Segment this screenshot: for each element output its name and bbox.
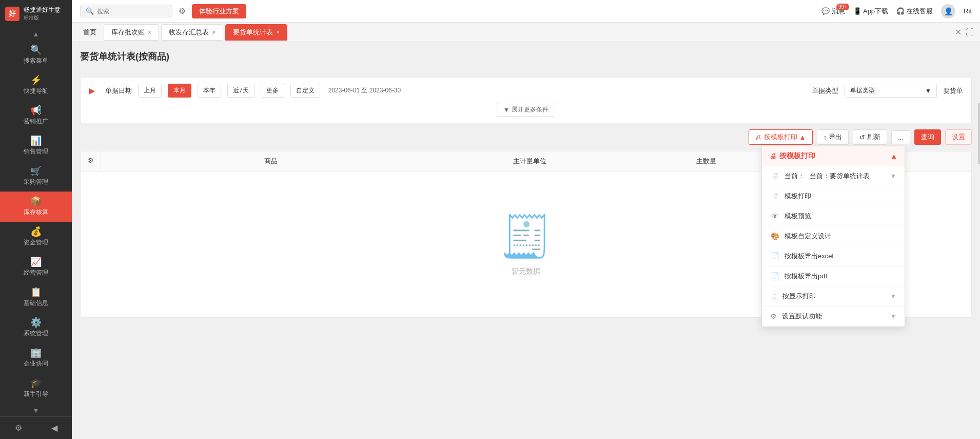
order-type-value: 单据类型 [850,86,875,95]
order-type-select[interactable]: 单据类型 ▼ [845,84,937,98]
logo-icon: 好 [5,7,19,21]
sidebar-icon-quick-nav: ⚡ [30,75,42,85]
select-chevron-icon: ▼ [925,87,931,94]
dropdown-current-label: 当前： [785,171,805,181]
settings-table-btn[interactable]: 设置 [945,129,972,145]
export-excel-label: 按模板导出excel [785,252,833,261]
th-unit: 主计量单位 [441,151,618,171]
message-button[interactable]: 💬 消息 99+ [821,7,845,16]
more-btn[interactable]: ... [891,130,910,144]
sidebar-item-enterprise[interactable]: 🏢企业协同 [0,343,72,373]
empty-text: 暂无数据 [512,267,540,276]
dropdown-item-template-print[interactable]: 🖨 模板打印 [762,186,905,206]
dropdown-collapse-icon[interactable]: ▲ [890,152,897,160]
sidebar-label-inventory: 库存核算 [24,208,48,217]
tab-close-receivable-summary[interactable]: × [212,29,215,36]
dropdown-item-template-design[interactable]: 🎨 模板自定义设计 [762,226,905,246]
date-btn-more[interactable]: 更多 [261,84,284,98]
username-label[interactable]: Rit [964,7,972,15]
sidebar-item-search[interactable]: 🔍搜索菜单 [0,40,72,70]
download-icon: 📱 [853,7,861,15]
display-print-icon: 🖨 [770,292,777,300]
expand-more-btn[interactable]: ▼ 展开更多条件 [497,103,555,117]
search-box[interactable]: 🔍 [80,5,172,17]
tab-home[interactable]: 首页 [78,24,102,41]
filter-collapse-icon[interactable]: ▶ [89,86,95,96]
logo-title: 畅捷通好生意 [24,6,61,14]
window-close-icon[interactable]: ✕ [955,27,962,37]
dropdown-item-export-pdf[interactable]: 📄 按模板导出pdf [762,266,905,287]
empty-icon: 🧾 [500,213,552,261]
sidebar-icon-search: 🔍 [30,45,42,54]
sidebar-item-system[interactable]: ⚙️系统管理 [0,313,72,343]
date-btn-last-month[interactable]: 上月 [138,84,162,98]
sidebar-item-marketing[interactable]: 📢营销推广 [0,101,72,131]
sidebar-item-sales[interactable]: 📊销售管理 [0,131,72,161]
sidebar-footer: ⚙ ◀ [0,416,72,439]
template-print-label: 模板打印 [785,192,811,201]
template-print-btn[interactable]: 🖨 按模板打印 ▲ [749,129,813,145]
tab-close-inventory-batch[interactable]: × [148,29,151,36]
date-btn-this-month[interactable]: 本月 [168,84,191,98]
footer-sound-icon[interactable]: ◀ [49,421,60,435]
date-btn-this-year[interactable]: 本年 [198,84,221,98]
dropdown-section-default-func[interactable]: ⚙ 设置默认功能 ▼ [762,307,905,327]
dropdown-item-export-excel[interactable]: 📄 按模板导出excel [762,246,905,266]
current-chevron-icon: ▼ [890,173,896,180]
dropdown-item-template-preview[interactable]: 👁 模板预览 [762,206,905,226]
th-settings[interactable]: ⚙ [81,151,101,171]
date-range-display: 2023-06-01 至 2023-06-30 [328,86,401,95]
filter-area: ▶ 单据日期 上月 本月 本年 近7天 更多 自定义 2023-06-01 至 … [80,77,972,123]
window-expand-icon[interactable]: ⛶ [966,28,974,37]
export-btn[interactable]: ↑ 导出 [817,129,849,145]
search-icon: 🔍 [86,7,94,15]
sidebar-item-guide[interactable]: 🎓新手引导 [0,373,72,404]
sidebar-label-marketing: 营销推广 [24,117,48,126]
tab-label-receivable-summary: 收发存汇总表 [169,28,209,37]
date-btn-7days[interactable]: 近7天 [227,84,254,98]
user-avatar[interactable]: 👤 [941,4,955,18]
refresh-btn[interactable]: ↺ 刷新 [853,129,887,145]
dropdown-section-display-print[interactable]: 🖨 按显示打印 ▼ [762,287,905,307]
sidebar-item-basic[interactable]: 📋基础信息 [0,282,72,313]
sidebar-item-inventory[interactable]: 📦库存核算 [0,192,72,222]
sidebar-label-basic: 基础信息 [24,299,48,308]
tab-label-order-stats: 要货单统计表 [233,28,273,37]
tab-order-stats[interactable]: 要货单统计表× [225,24,287,41]
th-product: 商品 [101,151,441,171]
dropdown-current-item[interactable]: 🖨 当前： 当前：要货单统计表 ▼ [762,166,905,186]
trial-button[interactable]: 体验行业方案 [192,4,246,18]
settings-icon[interactable]: ⚙ [179,6,186,16]
page-content: 要货单统计表(按商品) ▶ 单据日期 上月 本月 本年 近7天 更多 自定义 2… [72,42,980,439]
display-print-label: 按显示打印 [782,292,816,301]
resize-handle[interactable] [978,103,980,164]
sidebar-scroll-down[interactable]: ▼ [0,405,72,416]
sidebar-item-quick-nav[interactable]: ⚡快捷导航 [0,70,72,101]
sidebar-label-enterprise: 企业协同 [24,359,48,368]
app-download-link[interactable]: 📱 App下载 [853,7,888,16]
sidebar: 好 畅捷通好生意 标准版 ▲ 🔍搜索菜单⚡快捷导航📢营销推广📊销售管理🛒采购管理… [0,0,72,439]
search-input[interactable] [97,8,159,15]
order-type-label: 单据类型 [812,86,838,96]
tab-receivable-summary[interactable]: 收发存汇总表× [161,24,223,41]
headset-icon: 🎧 [896,7,905,15]
sidebar-item-operation[interactable]: 📈经营管理 [0,252,72,282]
filter-row-1: ▶ 单据日期 上月 本月 本年 近7天 更多 自定义 2023-06-01 至 … [89,84,963,98]
sidebar-scroll-up[interactable]: ▲ [0,28,72,40]
footer-settings-icon[interactable]: ⚙ [13,421,24,435]
online-service-link[interactable]: 🎧 在线客服 [896,7,933,16]
tab-close-order-stats[interactable]: × [276,29,280,36]
sidebar-item-finance[interactable]: 💰资金管理 [0,222,72,252]
sidebar-icon-finance: 💰 [30,227,42,236]
sidebar-icon-system: ⚙️ [30,318,42,327]
dropdown-current-icon: 🖨 [770,172,779,180]
tab-inventory-batch[interactable]: 库存批次账× [104,24,159,41]
expand-icon: ▼ [503,106,509,113]
sidebar-label-sales: 销售管理 [24,147,48,156]
page-title-row: 要货单统计表(按商品) [80,50,972,71]
date-btn-custom[interactable]: 自定义 [290,84,320,98]
tabs-bar: 首页库存批次账×收发存汇总表×要货单统计表×✕⛶ [72,23,980,42]
sidebar-icon-enterprise: 🏢 [30,348,42,357]
sidebar-item-purchase[interactable]: 🛒采购管理 [0,161,72,192]
query-btn[interactable]: 查询 [914,129,941,145]
